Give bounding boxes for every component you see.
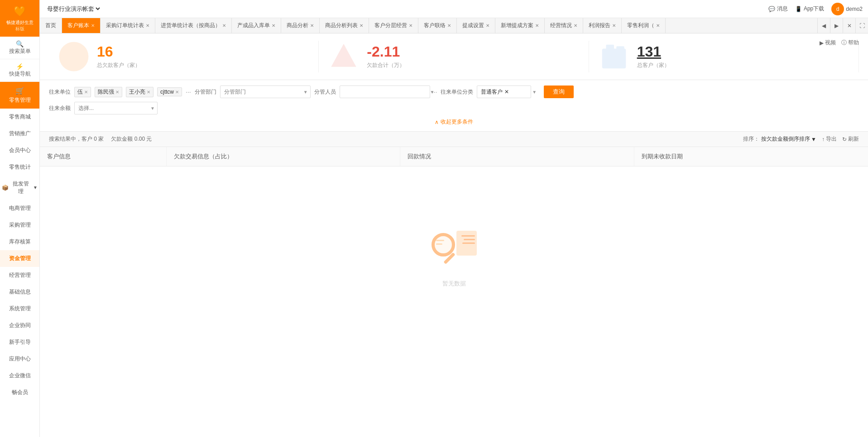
sidebar-item-system[interactable]: 系统管理 <box>0 300 39 317</box>
summary-card-3: 131 总客户（家） <box>589 41 859 72</box>
topbar-right: 💬 消息 📱 App下载 d demo2 <box>768 3 863 15</box>
message-btn[interactable]: 💬 消息 <box>768 5 788 13</box>
demo-select[interactable]: 母婴行业演示帐套 <box>45 5 101 13</box>
summary-label-3: 总客户（家） <box>637 62 849 69</box>
tab-profit-report[interactable]: 利润报告 ✕ <box>583 18 622 33</box>
close-tab-purchase-order[interactable]: ✕ <box>146 23 149 28</box>
query-button[interactable]: 查询 <box>544 86 574 98</box>
dept-filter-label: 分管部门 <box>195 88 216 96</box>
export-btn[interactable]: ↑ 导出 <box>822 135 837 143</box>
close-tab-customer-connect[interactable]: ✕ <box>447 23 451 28</box>
tab-purchase-order[interactable]: 采购订单统计表 ✕ <box>101 18 155 33</box>
sidebar-item-marketing[interactable]: 营销推广 <box>0 125 39 142</box>
sidebar-item-operations-mgmt[interactable]: 经营管理 <box>0 267 39 284</box>
arrears-text: 欠款金额 0.00 元 <box>111 135 152 143</box>
close-tab-operations[interactable]: ✕ <box>574 23 577 28</box>
sidebar-item-purchase[interactable]: 采购管理 <box>0 217 39 233</box>
close-tab-new-boost[interactable]: ✕ <box>535 23 539 28</box>
sidebar-item-retail-stats[interactable]: 零售统计 <box>0 159 39 176</box>
empty-text: 暂无数据 <box>442 280 466 288</box>
remove-unit-class[interactable]: ✕ <box>504 89 509 95</box>
close-tab-retail-profit[interactable]: ✕ <box>656 23 660 28</box>
content-area: ¥ 16 总欠款客户（家） ! <box>40 33 868 437</box>
empty-state: 暂无数据 <box>40 166 868 347</box>
user-menu[interactable]: d demo2 <box>831 3 863 15</box>
tab-scroll-right[interactable]: ▶ <box>830 18 843 33</box>
sidebar-logo[interactable]: 🧡 畅捷通好生意 标版 <box>0 0 39 37</box>
tab-scroll-left[interactable]: ◀ <box>817 18 830 33</box>
filter-row-2: 往来余额 ▼ <box>49 102 859 114</box>
refresh-btn[interactable]: ↻ 刷新 <box>842 135 859 143</box>
balance-select[interactable] <box>74 102 158 114</box>
sidebar-item-app-center[interactable]: 应用中心 <box>0 351 39 367</box>
person-more[interactable]: ··· <box>432 88 437 95</box>
remove-tag-wu[interactable]: ✕ <box>84 90 88 95</box>
collapse-icon: ∧ <box>435 119 439 125</box>
sidebar-item-retail-mall[interactable]: 零售商城 <box>0 109 39 125</box>
sidebar-item-search[interactable]: 🔍 搜索菜单 <box>0 37 39 59</box>
sidebar-item-member[interactable]: 会员中心 <box>0 142 39 159</box>
results-bar-right: 排序： 按欠款金额倒序排序 ▼ ↑ 导出 ↻ 刷新 <box>743 135 859 143</box>
sidebar-item-finance[interactable]: 资金管理 <box>0 250 39 267</box>
close-tab-product-inbound[interactable]: ✕ <box>272 23 275 28</box>
remove-tag-cjttcw[interactable]: ✕ <box>175 90 179 95</box>
filter-tag-wangxiaoliang: 王小亮 ✕ <box>126 87 153 97</box>
sidebar-item-member-plus[interactable]: 畅会员 <box>0 384 39 401</box>
sort-value-btn[interactable]: 按欠款金额倒序排序 ▼ <box>761 135 816 143</box>
results-bar-left: 搜索结果中，客户 0 家 欠款金额 0.00 元 <box>49 135 152 143</box>
phone-icon: 📱 <box>795 6 802 12</box>
tab-retail-profit[interactable]: 零售利润（ ✕ <box>622 18 666 33</box>
tab-customer-segment[interactable]: 客户分层经营 ✕ <box>369 18 418 33</box>
help-icon: ⓘ <box>841 39 847 47</box>
close-tab-boost-settings[interactable]: ✕ <box>486 23 489 28</box>
tab-boost-settings[interactable]: 提成设置 ✕ <box>457 18 495 33</box>
tab-product-analysis-list[interactable]: 商品分析列表 ✕ <box>320 18 369 33</box>
table-header-arrears: 欠款交易信息（占比） <box>167 147 400 166</box>
balance-filter-label: 往来余额 <box>49 104 71 112</box>
collapse-btn[interactable]: ∧ 收起更多条件 <box>49 118 859 126</box>
sidebar-item-new-guide[interactable]: 新手引导 <box>0 334 39 351</box>
sidebar-item-ecommerce[interactable]: 电商管理 <box>0 200 39 217</box>
tab-customer-connect[interactable]: 客户联络 ✕ <box>418 18 457 33</box>
sidebar-item-basic-info[interactable]: 基础信息 <box>0 284 39 300</box>
close-tab-customer-segment[interactable]: ✕ <box>409 23 412 28</box>
filter-tag-cjttcw: cjttcw ✕ <box>157 87 182 96</box>
remove-tag-chen[interactable]: ✕ <box>115 90 119 95</box>
close-tab-purchase-stats[interactable]: ✕ <box>222 23 226 28</box>
tab-maximize[interactable]: ⛶ <box>855 18 868 33</box>
tab-purchase-stats[interactable]: 进货单统计表（按商品） ✕ <box>155 18 232 33</box>
sidebar-item-enterprise-wx[interactable]: 企业微信 <box>0 367 39 384</box>
app-download-btn[interactable]: 📱 App下载 <box>795 5 824 13</box>
sidebar-item-wholesale[interactable]: 📦 批发管理 ▼ <box>0 176 39 200</box>
logo-text: 畅捷通好生意 <box>4 19 36 26</box>
tab-product-inbound[interactable]: 产成品入库单 ✕ <box>232 18 281 33</box>
summary-value-1: 16 <box>97 44 309 59</box>
tab-close-all[interactable]: ✕ <box>843 18 855 33</box>
summary-value-3: 131 <box>637 44 849 59</box>
summary-text-3: 131 总客户（家） <box>637 44 849 69</box>
remove-tag-wang[interactable]: ✕ <box>147 90 150 95</box>
video-icon: ▶ <box>820 40 824 46</box>
tab-operations[interactable]: 经营情况 ✕ <box>545 18 583 33</box>
video-btn[interactable]: ▶ 视频 <box>820 39 836 47</box>
tab-product-analysis[interactable]: 商品分析 ✕ <box>281 18 320 33</box>
sidebar-item-quicknav[interactable]: ⚡ 快捷导航 <box>0 59 39 82</box>
person-select[interactable] <box>340 86 430 98</box>
sidebar-item-retail[interactable]: 🛒 零售管理 <box>0 82 39 109</box>
dept-select[interactable] <box>220 86 311 98</box>
filter-more-unit[interactable]: ··· <box>186 88 191 95</box>
sidebar-item-enterprise-coop[interactable]: 企业协同 <box>0 317 39 334</box>
close-tab-profit-report[interactable]: ✕ <box>612 23 616 28</box>
summary-label-1: 总欠款客户（家） <box>97 62 309 69</box>
close-tab-customer-ledger[interactable]: ✕ <box>91 23 95 28</box>
export-icon: ↑ <box>822 136 825 142</box>
close-tab-product-analysis[interactable]: ✕ <box>310 23 314 28</box>
tab-customer-ledger[interactable]: 客户账本 ✕ <box>62 18 101 33</box>
tab-home[interactable]: 首页 <box>40 18 62 33</box>
help-btn[interactable]: ⓘ 帮助 <box>841 39 859 47</box>
topbar: 母婴行业演示帐套 💬 消息 📱 App下载 d demo2 <box>40 0 868 18</box>
tab-new-boost[interactable]: 新增提成方案 ✕ <box>495 18 545 33</box>
sidebar-item-inventory[interactable]: 库存核算 <box>0 233 39 250</box>
close-tab-product-analysis-list[interactable]: ✕ <box>360 23 363 28</box>
unit-filter-label: 往来单位 <box>49 88 71 96</box>
